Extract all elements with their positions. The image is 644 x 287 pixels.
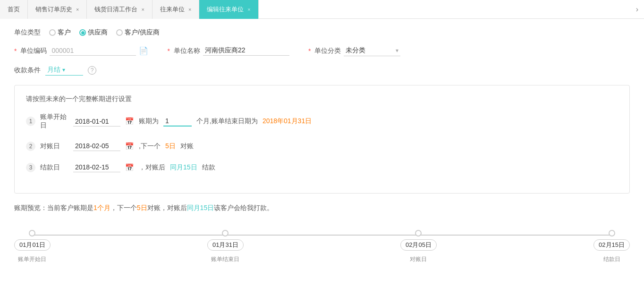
tab-cash-work-label: 钱货日清工作台 — [94, 5, 137, 14]
period-end-date: 2018年01月31日 — [263, 117, 312, 126]
unit-code-icon[interactable]: 📄 — [139, 46, 148, 55]
tab-cash-work-close[interactable]: × — [141, 7, 144, 12]
unit-name-label: 单位名称 — [174, 47, 200, 55]
radio-supplier-label: 供应商 — [88, 28, 108, 37]
unit-category-arrow: ▾ — [396, 47, 398, 54]
tab-home-label: 首页 — [8, 5, 20, 14]
tab-partners-close[interactable]: × — [188, 7, 191, 12]
section-title: 请按照未来的一个完整帐期进行设置 — [26, 95, 618, 103]
point-circle-1 — [222, 230, 229, 236]
unit-name-star: * — [167, 47, 169, 55]
radio-customer-circle — [49, 29, 56, 36]
payment-desc-prefix: ，对账后 — [139, 163, 165, 172]
point-name-1: 账单结束日 — [211, 255, 239, 263]
payment-row: 收款条件 月结 ▾ ? — [14, 65, 630, 76]
timeline: 01月01日 账单开始日 01月31日 账单结束日 02月05日 对账日 02月… — [14, 225, 630, 278]
unit-code-input[interactable] — [50, 46, 136, 56]
payment-date-input[interactable] — [73, 162, 120, 172]
unit-type-label: 单位类型 — [14, 28, 41, 37]
reconcile-desc-highlight: 5日 — [165, 142, 176, 151]
point-name-0: 账单开始日 — [18, 255, 46, 263]
field-label-2: 对账日 — [40, 142, 68, 151]
tab-sales-history-label: 销售订单历史 — [35, 5, 72, 14]
payment-condition-arrow: ▾ — [62, 67, 65, 73]
tab-partners[interactable]: 往来单位 × — [153, 0, 199, 19]
payment-desc-suffix: 结款 — [202, 163, 215, 172]
unit-category-star: * — [308, 47, 311, 55]
payment-condition-label: 收款条件 — [14, 66, 41, 75]
unit-info-row: * 单位编码 📄 * 单位名称 * 单位分类 未分类 ▾ — [14, 45, 630, 56]
setting-row-1: 1 账单开始日 📅 账期为 个月,账单结束日期为 2018年01月31日 — [26, 113, 618, 130]
period-label: 账期为 — [139, 117, 159, 126]
tabs-expand-button[interactable]: › — [630, 5, 644, 14]
point-circle-3 — [609, 230, 615, 236]
row-num-1: 1 — [26, 117, 35, 126]
radio-supplier[interactable]: 供应商 — [79, 28, 108, 37]
timeline-point-0: 01月01日 账单开始日 — [14, 230, 51, 263]
unit-name-group: * 单位名称 — [167, 46, 289, 56]
tab-edit-partner-close[interactable]: × — [247, 7, 250, 12]
tab-sales-history-close[interactable]: × — [76, 7, 79, 12]
payment-desc-highlight: 同月15日 — [170, 163, 197, 172]
reconcile-desc-suffix: 对账 — [180, 142, 194, 151]
settings-section: 请按照未来的一个完整帐期进行设置 1 账单开始日 📅 账期为 个月,账单结束日期… — [14, 85, 630, 194]
unit-category-group: * 单位分类 未分类 ▾ — [308, 45, 400, 56]
start-date-calendar-icon[interactable]: 📅 — [125, 117, 134, 126]
help-icon[interactable]: ? — [88, 66, 96, 75]
point-label-1: 01月31日 — [207, 239, 244, 251]
preview-part2: 5日 — [137, 204, 147, 211]
field-label-1: 账单开始日 — [40, 113, 68, 130]
timeline-point-3: 02月15日 结款日 — [593, 230, 630, 263]
period-value-input[interactable] — [163, 116, 192, 127]
unit-name-input[interactable] — [203, 46, 289, 56]
tab-partners-label: 往来单位 — [160, 5, 185, 14]
point-label-0: 01月01日 — [14, 239, 51, 251]
payment-date-calendar-icon[interactable]: 📅 — [125, 163, 134, 172]
row-num-3: 3 — [26, 163, 35, 172]
unit-type-radio-group: 客户 供应商 客户/供应商 — [49, 28, 160, 37]
tab-cash-work[interactable]: 钱货日清工作台 × — [87, 0, 152, 19]
tab-edit-partner[interactable]: 编辑往来单位 × — [199, 0, 258, 19]
timeline-points: 01月01日 账单开始日 01月31日 账单结束日 02月05日 对账日 02月… — [14, 230, 630, 263]
tab-edit-partner-label: 编辑往来单位 — [207, 5, 244, 14]
tab-sales-history[interactable]: 销售订单历史 × — [28, 0, 87, 19]
preview-prefix: 账期预览：当前客户账期是 — [14, 204, 93, 211]
field-label-3: 结款日 — [40, 163, 68, 172]
tab-home[interactable]: 首页 — [0, 0, 28, 19]
setting-row-3: 3 结款日 📅 ，对账后同月15日结款 — [26, 162, 618, 172]
preview-part3: 同月15日 — [187, 204, 214, 211]
radio-customer[interactable]: 客户 — [49, 28, 71, 37]
payment-condition-select[interactable]: 月结 ▾ — [45, 65, 83, 76]
point-name-2: 对账日 — [410, 255, 427, 263]
radio-customer-label: 客户 — [58, 28, 71, 37]
point-label-2: 02月05日 — [400, 239, 437, 251]
unit-code-star: * — [14, 47, 17, 55]
period-unit: 个月,账单结束日期为 — [196, 117, 258, 126]
point-circle-2 — [415, 230, 422, 236]
preview-suffix: 该客户会给我打款。 — [214, 204, 273, 211]
radio-both-label: 客户/供应商 — [125, 28, 160, 37]
point-circle-0 — [29, 230, 35, 236]
preview-middle2: 对账，对账后 — [147, 204, 187, 211]
preview-middle1: ，下一个 — [110, 204, 137, 211]
start-date-input[interactable] — [73, 117, 120, 127]
unit-category-select[interactable]: 未分类 ▾ — [344, 45, 400, 56]
radio-supplier-circle — [79, 29, 86, 36]
unit-code-group: * 单位编码 📄 — [14, 46, 148, 56]
unit-category-label: 单位分类 — [314, 47, 341, 55]
radio-both[interactable]: 客户/供应商 — [116, 28, 160, 37]
preview-section: 账期预览：当前客户账期是1个月，下一个5日对账，对账后同月15日该客户会给我打款… — [14, 202, 630, 287]
reconcile-date-calendar-icon[interactable]: 📅 — [125, 142, 134, 151]
radio-both-circle — [116, 29, 123, 36]
row-num-2: 2 — [26, 142, 35, 151]
preview-part1: 1个月 — [93, 204, 110, 211]
unit-category-value: 未分类 — [346, 46, 396, 55]
reconcile-desc-prefix: ,下一个 — [139, 142, 161, 151]
timeline-point-1: 01月31日 账单结束日 — [207, 230, 244, 263]
unit-type-row: 单位类型 客户 供应商 客户/供应商 — [14, 28, 630, 37]
setting-row-2: 2 对账日 📅 ,下一个5日对账 — [26, 141, 618, 151]
preview-text: 账期预览：当前客户账期是1个月，下一个5日对账，对账后同月15日该客户会给我打款… — [14, 202, 630, 214]
unit-code-label: 单位编码 — [20, 47, 47, 55]
reconcile-date-input[interactable] — [73, 141, 120, 151]
main-content: 单位类型 客户 供应商 客户/供应商 * 单位编码 📄 * 单位名称 — [0, 19, 644, 287]
